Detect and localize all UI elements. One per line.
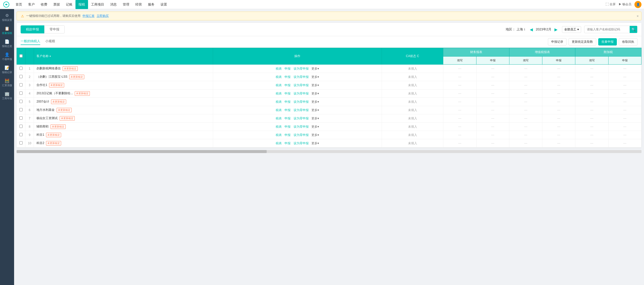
row-checkbox-9[interactable]	[19, 141, 23, 145]
sidebar-item-batch-tax[interactable]: 📋 批量报税	[1, 24, 13, 36]
sidebar-item-tax-overview[interactable]: 📄 报税总览	[1, 37, 13, 49]
surcharge-declare-header: 申报	[608, 57, 641, 65]
op-tax-form-4[interactable]: 税表	[276, 100, 282, 104]
nav-operation[interactable]: 经营	[132, 0, 145, 9]
op-more-2[interactable]: 更多▾	[311, 83, 319, 87]
row-checkbox-4[interactable]	[19, 100, 23, 103]
op-more-7[interactable]: 更多▾	[311, 125, 319, 128]
op-zero-declare-5[interactable]: 设为零申报	[294, 108, 309, 112]
op-declare-0[interactable]: 申报	[285, 67, 291, 70]
search-input[interactable]	[584, 26, 630, 32]
row-checkbox-0[interactable]	[19, 67, 23, 70]
search-button[interactable]: 🔍	[630, 26, 637, 33]
surcharge-header: 附加税	[575, 48, 641, 57]
op-tax-form-0[interactable]: 税表	[276, 67, 282, 70]
staff-filter-select[interactable]: 全部员工 ▾	[562, 26, 581, 33]
op-declare-3[interactable]: 申报	[285, 92, 291, 95]
select-all-checkbox[interactable]	[19, 54, 23, 58]
op-declare-2[interactable]: 申报	[285, 83, 291, 87]
member-btn[interactable]: ▶ 畅会员	[619, 2, 631, 7]
op-declare-5[interactable]: 申报	[285, 108, 291, 112]
banner-link-declaration[interactable]: 申报汇签	[83, 14, 95, 18]
op-tax-form-5[interactable]: 税表	[276, 108, 282, 112]
sub-tab-general[interactable]: 一般的纳税人	[21, 39, 40, 45]
tab-zero-declaration[interactable]: 零申报	[44, 25, 65, 33]
avatar[interactable]: 👤	[634, 1, 641, 8]
op-more-9[interactable]: 更多▾	[311, 141, 319, 145]
declaration-record-btn[interactable]: 申报记录	[548, 38, 567, 45]
op-more-4[interactable]: 更多▾	[311, 100, 319, 104]
op-zero-declare-8[interactable]: 设为零申报	[294, 133, 309, 137]
op-zero-declare-1[interactable]: 设为零申报	[294, 75, 309, 79]
update-btn[interactable]: 更新统定及取数	[569, 38, 596, 45]
nav-bookkeeping[interactable]: 记账	[63, 0, 75, 9]
nav-invoice[interactable]: 票据	[50, 0, 63, 9]
op-zero-declare-6[interactable]: 设为零申报	[294, 117, 309, 120]
op-zero-declare-7[interactable]: 设为零申报	[294, 125, 309, 128]
col-4-row-6: —	[575, 114, 608, 123]
op-tax-form-9[interactable]: 税表	[276, 141, 282, 145]
nav-business[interactable]: 工商项目	[88, 0, 107, 9]
nav-billing[interactable]: 收费	[38, 0, 50, 9]
sidebar-item-tax-record[interactable]: 📝 报税记录	[1, 63, 13, 75]
banner-link-buy[interactable]: 立即购买	[97, 14, 109, 18]
banner-close-btn[interactable]: ×	[637, 14, 639, 18]
tab-tax-declaration[interactable]: 税款申报	[21, 25, 44, 33]
op-tax-form-2[interactable]: 税表	[276, 83, 282, 87]
col-5-row-4: —	[608, 98, 641, 106]
col-0-row-7: —	[443, 123, 476, 131]
op-zero-declare-2[interactable]: 设为零申报	[294, 83, 309, 87]
op-zero-declare-0[interactable]: 设为零申报	[294, 67, 309, 70]
location-select[interactable]: 地区： 上海 ℹ	[506, 27, 525, 32]
nav-settings[interactable]: 设置	[157, 0, 170, 9]
op-tax-form-8[interactable]: 税表	[276, 133, 282, 137]
col-2-row-2: —	[509, 81, 542, 89]
scrollbar-thumb[interactable]	[17, 150, 267, 153]
op-more-5[interactable]: 更多▾	[311, 108, 319, 112]
op-more-1[interactable]: 更多▾	[311, 75, 319, 79]
sidebar-item-annual-report[interactable]: 🏢 工商年报	[1, 89, 13, 102]
sidebar-item-annual-settlement[interactable]: 🧮 汇算清缴	[1, 76, 13, 88]
op-more-0[interactable]: 更多▾	[311, 67, 319, 70]
row-checkbox-6[interactable]	[19, 116, 23, 120]
col-4-row-7: —	[575, 123, 608, 131]
op-declare-9[interactable]: 申报	[285, 141, 291, 145]
op-declare-8[interactable]: 申报	[285, 133, 291, 137]
nav-service[interactable]: 服务	[145, 0, 157, 9]
sub-tab-small[interactable]: 小规模	[45, 39, 55, 45]
row-checkbox-2[interactable]	[19, 83, 23, 86]
op-declare-4[interactable]: 申报	[285, 100, 291, 104]
collect-receipt-btn[interactable]: 收取回执	[619, 38, 637, 45]
op-declare-6[interactable]: 申报	[285, 117, 291, 120]
nav-customer[interactable]: 客户	[25, 0, 38, 9]
op-more-3[interactable]: 更多▾	[311, 92, 319, 95]
op-more-6[interactable]: 更多▾	[311, 117, 319, 120]
op-tax-form-1[interactable]: 税表	[276, 75, 282, 79]
col-0-row-3: —	[443, 89, 476, 98]
nav-tax[interactable]: 报税	[75, 0, 88, 9]
nav-message[interactable]: 消息	[107, 0, 120, 9]
op-tax-form-6[interactable]: 税表	[276, 117, 282, 120]
row-checkbox-8[interactable]	[19, 133, 23, 136]
op-tax-form-3[interactable]: 税表	[276, 92, 282, 95]
op-declare-7[interactable]: 申报	[285, 125, 291, 128]
nav-home[interactable]: 首页	[13, 0, 25, 9]
op-more-8[interactable]: 更多▾	[311, 133, 319, 137]
sidebar-item-personal-tax[interactable]: 👤 个税申报	[1, 50, 13, 62]
op-declare-1[interactable]: 申报	[285, 75, 291, 79]
row-checkbox-5[interactable]	[19, 108, 23, 111]
op-zero-declare-3[interactable]: 设为零申报	[294, 92, 309, 95]
nav-manage[interactable]: 管理	[120, 0, 132, 9]
sidebar-item-tax-settings[interactable]: ⚙ 报税设置	[1, 11, 13, 23]
date-prev-btn[interactable]: ◀	[528, 26, 534, 32]
row-checkbox-7[interactable]	[19, 125, 23, 128]
row-checkbox-1[interactable]	[19, 75, 23, 78]
row-checkbox-3[interactable]	[19, 91, 23, 95]
horizontal-scrollbar[interactable]	[17, 150, 641, 153]
batch-declare-btn[interactable]: 批量申报	[598, 38, 617, 45]
op-tax-form-7[interactable]: 税表	[276, 125, 282, 128]
op-zero-declare-9[interactable]: 设为零申报	[294, 141, 309, 145]
date-next-btn[interactable]: ▶	[553, 26, 559, 32]
fullscreen-btn[interactable]: ⛶ 全屏	[606, 2, 615, 7]
op-zero-declare-4[interactable]: 设为零申报	[294, 100, 309, 104]
